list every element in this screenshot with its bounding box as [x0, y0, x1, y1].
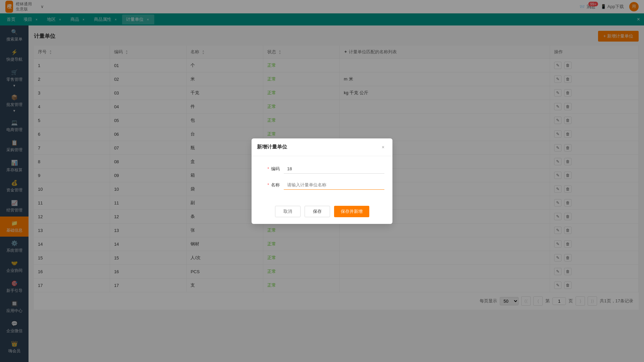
code-required-mark: * [267, 166, 269, 171]
modal-title: 新增计量单位 [257, 144, 287, 150]
name-input[interactable] [284, 180, 384, 190]
name-label: * 名称 [260, 182, 280, 188]
modal-footer: 取消 保存 保存并新增 [252, 202, 392, 224]
modal-close-btn[interactable]: × [379, 143, 387, 151]
code-input[interactable] [284, 164, 384, 174]
name-form-row: * 名称 [260, 180, 384, 190]
save-and-new-btn[interactable]: 保存并新增 [334, 206, 369, 217]
name-required-mark: * [267, 182, 269, 187]
code-label: * 编码 [260, 166, 280, 172]
modal-body: * 编码 * 名称 [252, 156, 392, 202]
add-measure-unit-modal: 新增计量单位 × * 编码 * 名称 取消 保存 保存并新增 [252, 138, 392, 224]
cancel-btn[interactable]: 取消 [275, 206, 301, 217]
code-form-row: * 编码 [260, 164, 384, 174]
modal-overlay[interactable]: 新增计量单位 × * 编码 * 名称 取消 保存 保存并新增 [0, 0, 644, 362]
modal-header: 新增计量单位 × [252, 138, 392, 156]
save-btn[interactable]: 保存 [305, 206, 330, 217]
